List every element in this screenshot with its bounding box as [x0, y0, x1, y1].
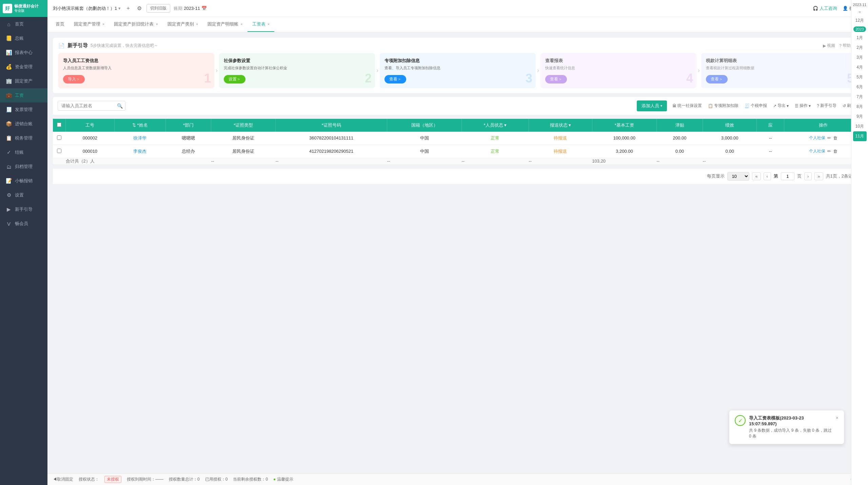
- tab-fixed-assets-detail[interactable]: 固定资产明细账 ×: [203, 17, 247, 32]
- month-item-9[interactable]: 9月: [853, 112, 867, 122]
- tab-fixed-assets-depreciation[interactable]: 固定资产折旧统计表 ×: [109, 17, 162, 32]
- first-page-button[interactable]: «: [752, 172, 761, 180]
- delete-icon[interactable]: 🗑: [833, 149, 837, 154]
- op-cell: 个人社保 ✏ 🗑: [784, 145, 863, 158]
- personal-social-insurance-link[interactable]: 个人社保: [809, 148, 825, 154]
- step-btn-1[interactable]: 导入＞: [63, 75, 85, 83]
- step-btn-3[interactable]: 查看＞: [384, 75, 406, 83]
- select-all-checkbox[interactable]: [57, 123, 61, 127]
- month-item-4[interactable]: 4月: [853, 62, 867, 72]
- sidebar-item-payroll[interactable]: 💼 工资: [0, 88, 47, 102]
- search-input[interactable]: [58, 101, 125, 111]
- tab-home[interactable]: 首页: [51, 17, 69, 32]
- sidebar-item-expense[interactable]: 📝 小畅报销: [0, 174, 47, 188]
- help-link[interactable]: ? 帮助: [839, 43, 851, 49]
- toast-close-button[interactable]: ×: [836, 415, 839, 421]
- month-item-3[interactable]: 3月: [853, 53, 867, 62]
- sidebar-item-funds[interactable]: 💰 资金管理: [0, 60, 47, 74]
- sort-icon[interactable]: ⇅: [132, 123, 136, 128]
- sidebar-item-home[interactable]: ⌂ 首页: [0, 17, 47, 31]
- tab-close-icon[interactable]: ×: [102, 22, 104, 26]
- tab-fixed-assets-category[interactable]: 固定资产类别 ×: [163, 17, 203, 32]
- sidebar-item-reports[interactable]: 📊 报表中心: [0, 45, 47, 60]
- social-insurance-button[interactable]: 🏛 统一社保设置: [670, 101, 705, 110]
- sidebar-item-settlement[interactable]: ✓ 结账: [0, 145, 47, 160]
- step-btn-4[interactable]: 查看＞: [545, 75, 567, 83]
- step-arrow-4: ›: [696, 67, 701, 74]
- new-guide-button[interactable]: ? 新手引导: [814, 101, 839, 110]
- video-link[interactable]: ▶ 视频: [823, 43, 835, 49]
- sidebar-item-fixed-assets[interactable]: 🏢 固定资产: [0, 74, 47, 88]
- personal-tax-button[interactable]: 🧾 个税申报: [742, 101, 770, 110]
- cancel-fixed-button[interactable]: ◀取消固定: [53, 477, 73, 482]
- row-checkbox[interactable]: [57, 135, 61, 140]
- page-size-select[interactable]: 10 20 50: [727, 172, 749, 181]
- special-deduction-button[interactable]: 📋 专项附加扣除: [705, 101, 741, 110]
- row-checkbox[interactable]: [57, 149, 61, 153]
- sidebar-item-invoices[interactable]: 🧾 发票管理: [0, 102, 47, 117]
- add-account-button[interactable]: ＋: [124, 3, 132, 13]
- month-item-6[interactable]: 6月: [853, 82, 867, 92]
- edit-icon[interactable]: ✏: [827, 149, 831, 154]
- page-word: 第: [774, 173, 778, 179]
- sidebar-item-inventory[interactable]: 📦 进销台账: [0, 117, 47, 131]
- tab-close-icon[interactable]: ×: [196, 22, 198, 26]
- employee-name-link[interactable]: 徐泽华: [133, 135, 146, 141]
- sidebar-item-settings[interactable]: ⚙ 设置: [0, 188, 47, 202]
- header-apply: 应: [757, 119, 784, 132]
- doc-icon: 📄: [58, 43, 65, 49]
- sidebar-item-member[interactable]: V 畅会员: [0, 217, 47, 231]
- sidebar-item-guide[interactable]: ▶ 新手引导: [0, 202, 47, 217]
- toolbar-actions: 🏛 统一社保设置 📋 专项附加扣除 🧾 个税申报 ↗ 导出 ▾: [670, 101, 858, 110]
- operations-button[interactable]: ☰ 操作 ▾: [792, 101, 813, 110]
- settings-button[interactable]: ⚙: [136, 4, 143, 13]
- table-header-row: 工号 ⇅ *姓名 *部门 *证照类型 *证照号码 国籍（地区） *人员状态: [53, 119, 863, 132]
- step-title: 税款计算明细表: [706, 58, 852, 64]
- next-page-button[interactable]: ›: [804, 172, 812, 180]
- question-icon: ?: [839, 43, 842, 48]
- employee-name-link[interactable]: 李俊杰: [133, 149, 146, 154]
- filter-icon[interactable]: ▾: [569, 123, 571, 128]
- tab-close-icon[interactable]: ×: [240, 22, 242, 26]
- month-item-11[interactable]: 11月: [853, 131, 867, 141]
- delete-icon[interactable]: 🗑: [833, 135, 837, 141]
- sidebar-item-general-ledger[interactable]: 📒 总账: [0, 31, 47, 45]
- dept-cell: 总经办: [165, 145, 211, 158]
- tab-payroll-table[interactable]: 工资表 ×: [248, 17, 274, 32]
- personal-social-insurance-link[interactable]: 个人社保: [809, 135, 825, 141]
- page-unit: 页: [797, 173, 802, 179]
- period-selector[interactable]: 账期 2023-11 📅: [174, 5, 207, 12]
- switch-old-version-button[interactable]: 切到旧版: [146, 4, 170, 13]
- step-btn-5[interactable]: 查看＞: [706, 75, 728, 83]
- table-toolbar: 🔍 添加人员 ▾ 🏛 统一社保设置 📋 专项附加扣除: [53, 97, 863, 115]
- month-item-7[interactable]: 7月: [853, 92, 867, 102]
- auth-label: 授权状态：: [79, 477, 99, 482]
- page-number-input[interactable]: [781, 172, 794, 180]
- month-item-1[interactable]: 1月: [853, 33, 867, 43]
- allowance-cell: 200.00: [656, 132, 703, 145]
- filter-icon[interactable]: ▾: [504, 123, 507, 128]
- month-item-2[interactable]: 2月: [853, 43, 867, 53]
- last-page-button[interactable]: »: [814, 172, 823, 180]
- ai-service-button[interactable]: 🎧 人工咨询: [813, 5, 837, 12]
- tab-close-icon[interactable]: ×: [156, 22, 158, 26]
- month-item-5[interactable]: 5月: [853, 72, 867, 82]
- sidebar-item-archive[interactable]: 🗂 归档管理: [0, 160, 47, 174]
- sidebar-item-tax[interactable]: 📋 税务管理: [0, 131, 47, 145]
- tab-close-icon[interactable]: ×: [268, 22, 270, 26]
- onboarding-title-text: 新手引导: [67, 42, 88, 49]
- step-btn-2[interactable]: 设置＞: [224, 75, 245, 83]
- sidebar-item-label: 资金管理: [15, 64, 33, 70]
- tab-fixed-assets-mgmt[interactable]: 固定资产管理 ×: [69, 17, 109, 32]
- prev-page-button[interactable]: ‹: [764, 172, 771, 180]
- month-item-8[interactable]: 8月: [853, 102, 867, 112]
- month-item-10[interactable]: 10月: [853, 122, 867, 131]
- summary-dash-1: --: [211, 158, 276, 164]
- search-icon[interactable]: 🔍: [117, 103, 123, 109]
- add-person-button[interactable]: 添加人员 ▾: [637, 100, 667, 111]
- edit-icon[interactable]: ✏: [827, 135, 831, 141]
- account-selector[interactable]: 刘小艳演示账套（勿删勿动！）1 ▾: [53, 5, 121, 12]
- step-number-2: 2: [365, 71, 372, 86]
- refresh-icon: ↺: [843, 104, 846, 108]
- export-button[interactable]: ↗ 导出 ▾: [770, 101, 791, 110]
